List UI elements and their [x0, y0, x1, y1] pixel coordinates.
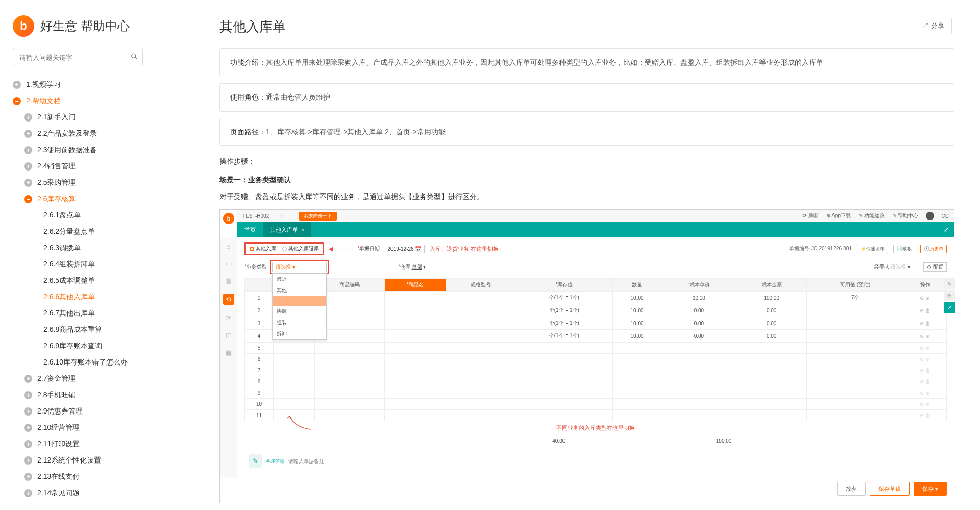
ss-user: CC [942, 213, 949, 219]
sidebar-item-label: 2.6.7其他出库单 [43, 309, 95, 318]
path-text: 1、库存核算->库存管理->其他入库单 2、首页->常用功能 [266, 128, 446, 136]
logo-icon: b [13, 15, 34, 37]
box-icon: ◫ [224, 330, 233, 339]
ss-totals-row: 40.00 100.00 [244, 435, 947, 447]
sidebar-item[interactable]: +2.4销售管理 [13, 158, 143, 175]
collapse-icon: − [13, 97, 21, 105]
ss-topbar: TEST-H002 ☆ 我要降价一下 ⟳ 刷新 ⊕ App下载 ✎ 功能建议 ⊙… [237, 210, 954, 222]
sidebar-item[interactable]: +2.2产品安装及登录 [13, 126, 143, 142]
sidebar-item-label: 2.13在线支付 [37, 472, 80, 481]
ss-discard-button: 放弃 [837, 482, 866, 496]
share-button[interactable]: ↗ 分享 [915, 18, 952, 34]
ss-date-value: 2019-12-26 📅 [384, 245, 425, 253]
ss-orange-btn: 我要降价一下 [299, 212, 337, 221]
ss-app-logo-icon: b [223, 213, 234, 224]
sidebar-item[interactable]: +2.12系统个性化设置 [13, 452, 143, 469]
sidebar-item-label: 2.6.6其他入库单 [43, 293, 95, 302]
radio-unchecked-icon [282, 247, 287, 251]
tool-icon: ⟳ [944, 290, 955, 301]
expand-icon: + [24, 407, 32, 416]
ss-avatar-icon [926, 212, 934, 220]
sidebar-item[interactable]: 2.6.7其他出库单 [13, 305, 143, 322]
sidebar-item[interactable]: −2.6库存核算 [13, 191, 143, 207]
chart-icon: ▦ [224, 348, 233, 357]
sidebar-item[interactable]: 2.6.2分量盘点单 [13, 224, 143, 240]
sidebar-item[interactable]: +2.8手机旺铺 [13, 387, 143, 403]
sidebar-item[interactable]: +2.9优惠券管理 [13, 403, 143, 420]
sidebar-item[interactable]: 2.6.4组装拆卸单 [13, 256, 143, 273]
radio-checked-icon [250, 247, 254, 251]
home-icon: ⌂ [224, 241, 233, 251]
tool-icon: ✎ [944, 278, 955, 289]
arrow-left-icon: ◄──── [327, 245, 355, 253]
path-box: 页面路径：1、库存核算->库存管理->其他入库单 2、首页->常用功能 [219, 118, 954, 147]
sidebar-item[interactable]: +2.1新手入门 [13, 109, 143, 126]
ss-left-toolbar: ⌂ ▭ 🗑 ⟲ 🛍 ◫ ▦ [220, 237, 237, 477]
bag-icon: 🛍 [224, 313, 233, 322]
main-content: ↗ 分享 其他入库单 功能介绍：其他入库单用来处理除采购入库、产成品入库之外的其… [153, 0, 980, 510]
sidebar-item-label: 2.6.2分量盘点单 [43, 227, 95, 236]
expand-icon: + [24, 146, 32, 154]
expand-icon: + [24, 162, 32, 171]
ss-top-link: ✎ 功能建议 [859, 212, 885, 220]
share-label: 分享 [931, 22, 944, 30]
logo: b 好生意 帮助中心 [13, 15, 143, 37]
sidebar-item-label: 2.6.8商品成本重算 [43, 325, 102, 334]
sidebar-item[interactable]: +2.7资金管理 [13, 371, 143, 387]
ss-top-link: ⊙ 帮助中心 [892, 212, 918, 220]
nav-tree: +1.视频学习−2.帮助文档+2.1新手入门+2.2产品安装及登录+2.3使用前… [13, 77, 143, 501]
dropdown-option: 协调 [273, 306, 326, 317]
ss-pill: 📄模板 [893, 245, 915, 253]
sidebar-item[interactable]: 2.6.9库存账本查询 [13, 338, 143, 354]
ss-top-link: ⟳ 刷新 [803, 212, 819, 220]
ss-logo-col: b [220, 210, 237, 237]
expand-icon: + [24, 424, 32, 432]
close-icon: × [301, 227, 304, 233]
expand-icon: + [24, 473, 32, 481]
sidebar-item-label: 2.6.3调拨单 [43, 244, 81, 253]
share-icon: ↗ [922, 22, 929, 30]
expand-icon: + [13, 81, 21, 89]
sidebar-item[interactable]: 2.6.5成本调整单 [13, 273, 143, 289]
dropdown-option: 组装 [273, 317, 326, 328]
ss-pill: ⚡快速填单 [857, 245, 888, 253]
dropdown-option [273, 296, 326, 306]
sidebar-item[interactable]: +2.13在线支付 [13, 469, 143, 485]
sidebar-item[interactable]: +1.视频学习 [13, 77, 143, 93]
dropdown-option: 其他 [273, 285, 326, 296]
sidebar-item-label: 2.1新手入门 [37, 113, 76, 122]
sidebar-item[interactable]: 2.6.6其他入库单 [13, 289, 143, 305]
collapse-icon: − [24, 195, 32, 203]
sidebar-item-label: 2.6.9库存账本查询 [43, 342, 102, 351]
search-box [13, 48, 143, 66]
expand-icon: + [24, 489, 32, 497]
sidebar-item[interactable]: 2.6.3调拨单 [13, 240, 143, 256]
sidebar-item[interactable]: +2.11打印设置 [13, 436, 143, 452]
sidebar-item[interactable]: +2.10经营管理 [13, 420, 143, 436]
sidebar-item[interactable]: +2.14常见问题 [13, 485, 143, 501]
expand-icon: + [24, 130, 32, 138]
ss-memo-row: ✎ 备注信息 [244, 450, 947, 472]
ss-tab-active: 其他入库单× [263, 222, 311, 237]
active-tool-icon: ⟲ [223, 294, 234, 305]
intro-text: 其他入库单用来处理除采购入库、产成品入库之外的其他入库业务，因此其他入库单可处理… [266, 58, 823, 66]
logo-text: 好生意 帮助中心 [40, 18, 130, 34]
sidebar-item-label: 2.帮助文档 [26, 96, 61, 106]
sidebar-item-label: 2.14常见问题 [37, 489, 80, 498]
ss-draft-button: 保存草稿 [870, 482, 910, 496]
sidebar-item[interactable]: +2.5采购管理 [13, 175, 143, 191]
ss-memo-input [288, 458, 943, 464]
role-text: 通常由仓管人员维护 [266, 93, 330, 101]
sidebar-item[interactable]: 2.6.8商品成本重算 [13, 322, 143, 338]
sidebar-item-label: 2.6.1盘点单 [43, 211, 81, 220]
ss-data-table: 批号商品编码*商品名规格型号*库存位数量*成本单价成本金额可用值 (预估)操作 … [244, 278, 947, 421]
sidebar-item[interactable]: 2.6.1盘点单 [13, 207, 143, 224]
sidebar-item[interactable]: 2.6.10库存账本错了怎么办 [13, 354, 143, 371]
sidebar-item-label: 2.2产品安装及登录 [37, 129, 97, 138]
sidebar-item-label: 2.9优惠券管理 [37, 407, 83, 416]
sidebar-item[interactable]: +2.3使用前数据准备 [13, 142, 143, 158]
sidebar: b 好生意 帮助中心 +1.视频学习−2.帮助文档+2.1新手入门+2.2产品安… [0, 0, 153, 510]
sidebar-item[interactable]: −2.帮助文档 [13, 93, 143, 109]
search-input[interactable] [13, 48, 143, 66]
expand-icon: + [24, 456, 32, 465]
